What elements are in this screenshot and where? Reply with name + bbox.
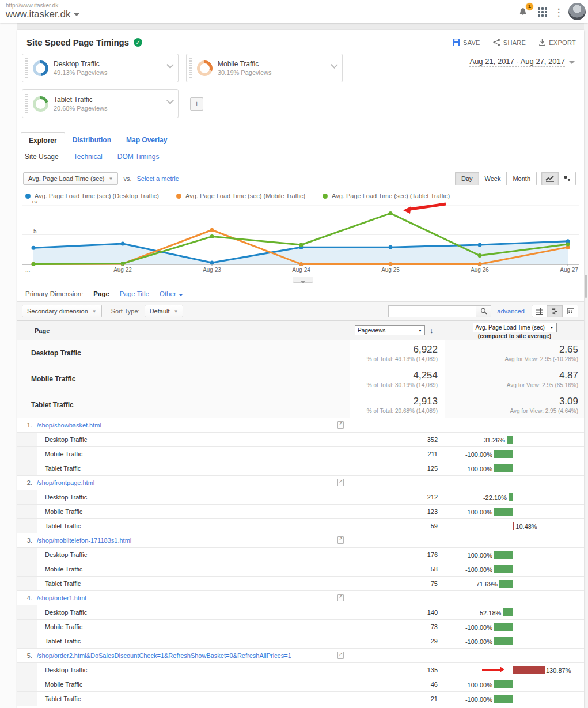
page-link[interactable]: /shop/mobiltelefon-171183s1.html <box>37 537 131 544</box>
avg-load-time-column-dropdown[interactable]: Avg. Page Load Time (sec)▼ <box>473 323 557 332</box>
delta-value: -100.00% <box>465 465 492 472</box>
line-chart-view-button[interactable] <box>541 172 559 185</box>
save-button[interactable]: SAVE <box>453 39 480 46</box>
delta-bar <box>494 551 513 559</box>
drag-handle-icon <box>25 58 28 78</box>
table-control-bar: Secondary dimension▼ Sort Type: Default▼… <box>17 301 584 321</box>
column-header-page[interactable]: Page <box>17 321 350 340</box>
device-delta-cell: -100.00% <box>445 447 584 461</box>
select-metric-link[interactable]: Select a metric <box>136 175 179 182</box>
dimension-page[interactable]: Page <box>93 290 109 297</box>
delta-value: -71.69% <box>474 581 498 588</box>
delta-bar <box>507 436 513 444</box>
page-row: 4./shop/order1.html <box>17 591 584 605</box>
segment-card-desktop[interactable]: Desktop Traffic49.13% Pageviews <box>22 54 179 82</box>
account-selector[interactable]: www.itasker.dk <box>6 9 79 20</box>
svg-text:Aug 25: Aug 25 <box>381 267 400 273</box>
export-button[interactable]: EXPORT <box>538 39 576 46</box>
device-pageviews: 212 <box>350 490 445 504</box>
delta-value: -22.10% <box>483 494 507 501</box>
chart-expand-toggle[interactable] <box>293 277 313 283</box>
page-scrollbar[interactable] <box>584 23 588 708</box>
svg-text:5: 5 <box>33 228 37 234</box>
granularity-month[interactable]: Month <box>507 172 537 185</box>
subtab-technical[interactable]: Technical <box>74 153 103 161</box>
dimension-other[interactable]: Other <box>160 290 183 297</box>
granularity-week[interactable]: Week <box>479 172 507 185</box>
device-delta-cell: 130.87% <box>445 663 584 677</box>
overflow-menu-button[interactable]: ⋮ <box>551 5 566 20</box>
metric-dropdown[interactable]: Avg. Page Load Time (sec)▼ <box>23 172 118 185</box>
delta-bar <box>494 680 513 688</box>
open-page-icon[interactable] <box>337 594 344 601</box>
open-page-icon[interactable] <box>337 652 344 659</box>
page-link[interactable]: /shop/frontpage.html <box>37 479 94 486</box>
advanced-search-link[interactable]: advanced <box>497 308 525 315</box>
page-link[interactable]: /shop/order2.html&DoSalesDiscountCheck=1… <box>37 652 291 659</box>
compared-note: (compared to site average) <box>445 333 584 339</box>
pivot-view-button[interactable] <box>563 305 578 317</box>
tab-explorer[interactable]: Explorer <box>21 132 65 149</box>
add-segment-button[interactable]: + <box>190 97 203 111</box>
segment-pageviews-share: 20.68% Pageviews <box>54 105 108 112</box>
table-search-input[interactable] <box>388 305 476 317</box>
svg-text:Aug 24: Aug 24 <box>292 267 310 273</box>
motion-chart-view-button[interactable] <box>559 172 576 185</box>
device-pageviews: 176 <box>350 548 445 562</box>
device-row: Mobile Traffic73-100.00% <box>17 620 584 634</box>
segment-name: Desktop Traffic <box>54 60 108 68</box>
subtab-site-usage[interactable]: Site Usage <box>25 153 59 161</box>
open-page-icon[interactable] <box>337 479 344 486</box>
sort-type-label: Sort Type: <box>111 308 140 315</box>
segment-card-mobile[interactable]: Mobile Traffic30.19% Pageviews <box>186 54 343 82</box>
pageviews-subtext: % of Total: 30.19% (14,089) <box>350 382 438 388</box>
delta-value: 130.87% <box>546 667 571 674</box>
subtab-dom-timings[interactable]: DOM Timings <box>117 153 160 161</box>
pageviews-column-dropdown[interactable]: Pageviews▼ <box>355 325 425 335</box>
tab-distribution[interactable]: Distribution <box>65 132 119 148</box>
date-range-selector[interactable]: Aug 21, 2017 - Aug 27, 2017 <box>469 57 575 66</box>
row-index: 4. <box>17 591 37 605</box>
svg-text:Aug 22: Aug 22 <box>113 267 132 273</box>
comparison-view-icon <box>551 308 559 315</box>
device-name: Tablet Traffic <box>37 692 350 706</box>
device-pageviews: 352 <box>350 433 445 446</box>
avg-load-time-subtext: Avg for View: 2.95 (4.64%) <box>445 408 578 414</box>
scrollbar-thumb[interactable] <box>585 275 587 298</box>
delta-bar <box>494 565 513 573</box>
summary-row: Mobile Traffic4,254% of Total: 30.19% (1… <box>17 366 584 392</box>
delta-bar <box>513 666 545 674</box>
share-button[interactable]: SHARE <box>493 39 526 46</box>
sort-type-dropdown[interactable]: Default▼ <box>145 305 184 317</box>
page-link[interactable]: /shop/showbasket.html <box>37 422 101 429</box>
table-header-row: Page Pageviews▼ ↓ Avg. Page Load Time (s… <box>17 321 584 340</box>
motion-chart-icon <box>563 175 571 182</box>
notifications-button[interactable]: 1 <box>515 5 530 20</box>
device-delta-cell: -31.26% <box>445 433 584 446</box>
vs-label: vs. <box>123 175 131 182</box>
delta-value: -100.00% <box>465 682 492 688</box>
pageviews-value: 4,254 <box>350 370 438 381</box>
segment-card-tablet[interactable]: Tablet Traffic20.68% Pageviews <box>22 89 179 118</box>
dimension-page-title[interactable]: Page Title <box>120 290 149 297</box>
sort-direction-icon[interactable]: ↓ <box>430 326 434 335</box>
device-row: Mobile Traffic46-100.00% <box>17 677 584 692</box>
secondary-dimension-dropdown[interactable]: Secondary dimension▼ <box>22 305 102 317</box>
delta-value: -52.18% <box>477 609 501 616</box>
line-chart-icon <box>545 175 555 182</box>
apps-grid-button[interactable] <box>535 5 550 20</box>
search-button[interactable] <box>476 305 491 317</box>
comparison-view-button[interactable] <box>547 305 563 317</box>
table-view-button[interactable] <box>532 305 547 317</box>
segment-donut-icon <box>33 60 48 76</box>
device-name: Mobile Traffic <box>37 447 350 461</box>
user-avatar[interactable] <box>568 3 586 20</box>
open-page-icon[interactable] <box>337 536 344 544</box>
granularity-day[interactable]: Day <box>455 172 479 185</box>
page-link[interactable]: /shop/order1.html <box>37 595 86 601</box>
chevron-down-icon <box>74 13 79 16</box>
tab-map-overlay[interactable]: Map Overlay <box>119 132 174 148</box>
device-row: Desktop Traffic135130.87% <box>17 663 584 677</box>
open-page-icon[interactable] <box>337 421 344 429</box>
red-arrow-annotation <box>482 669 500 671</box>
